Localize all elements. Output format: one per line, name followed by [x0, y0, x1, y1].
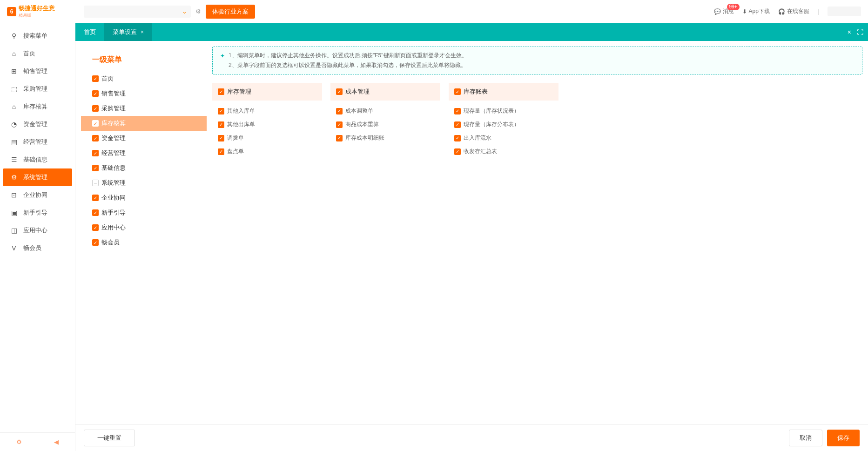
checkbox-icon[interactable]: –	[92, 180, 99, 186]
checkbox-icon[interactable]: ✓	[336, 135, 343, 141]
nav-item-0[interactable]: ⚲搜索菜单	[0, 27, 75, 45]
tab-menu-settings[interactable]: 菜单设置 ×	[104, 23, 152, 41]
group-item-label: 收发存汇总表	[464, 148, 497, 155]
messages-button[interactable]: 💬 消息 99+	[714, 7, 734, 15]
nav-label: 销售管理	[23, 67, 47, 75]
checkbox-icon[interactable]: ✓	[92, 135, 99, 141]
level1-item-2[interactable]: ✓采购管理	[81, 101, 207, 116]
group-item[interactable]: ✓其他出库单	[218, 118, 316, 131]
checkbox-icon[interactable]: ✓	[92, 90, 99, 97]
level1-item-9[interactable]: ✓新手引导	[81, 205, 207, 220]
group-item-label: 商品成本重算	[345, 121, 379, 128]
level1-item-8[interactable]: ✓企业协同	[81, 190, 207, 205]
group-header[interactable]: ✓库存账表	[449, 83, 558, 101]
online-service-button[interactable]: 🎧 在线客服	[778, 7, 809, 15]
group-item[interactable]: ✓库存成本明细账	[336, 131, 435, 145]
checkbox-icon[interactable]: ✓	[336, 88, 343, 95]
logo[interactable]: 6 畅捷通好生意 精易版	[7, 4, 79, 19]
app-download-button[interactable]: ⬇ App下载	[742, 7, 770, 15]
collapse-icon[interactable]: ◀	[54, 438, 59, 445]
settings-icon[interactable]: ⚙	[16, 438, 22, 445]
group-item[interactable]: ✓收发存汇总表	[454, 145, 553, 158]
tab-home[interactable]: 首页	[75, 23, 104, 41]
save-button[interactable]: 保存	[827, 430, 860, 446]
group-item[interactable]: ✓商品成本重算	[336, 118, 435, 131]
fullscreen-icon[interactable]: ⛶	[857, 28, 863, 36]
org-selector[interactable]: ⌄	[84, 6, 191, 18]
checkbox-icon[interactable]: ✓	[218, 88, 224, 95]
nav-label: 应用中心	[23, 226, 47, 235]
nav-item-6[interactable]: ▤经营管理	[0, 133, 75, 151]
checkbox-icon[interactable]: ✓	[92, 195, 99, 201]
checkbox-icon[interactable]: ✓	[218, 121, 224, 128]
checkbox-icon[interactable]: ✓	[218, 135, 224, 141]
group-item[interactable]: ✓现存量（库存分布表）	[454, 118, 553, 131]
group-item[interactable]: ✓现存量（库存状况表）	[454, 104, 553, 118]
checkbox-icon[interactable]: ✓	[454, 88, 461, 95]
nav-label: 经营管理	[23, 138, 47, 146]
nav-item-7[interactable]: ☰基础信息	[0, 151, 75, 168]
checkbox-icon[interactable]: ✓	[92, 150, 99, 156]
checkbox-icon[interactable]: ✓	[454, 108, 461, 114]
level1-item-1[interactable]: ✓销售管理	[81, 86, 207, 101]
checkbox-icon[interactable]: ✓	[336, 121, 343, 128]
nav-item-5[interactable]: ◔资金管理	[0, 115, 75, 133]
nav-item-12[interactable]: V畅会员	[0, 239, 75, 257]
group-header[interactable]: ✓成本管理	[330, 83, 440, 101]
level1-title: 一级菜单	[81, 55, 207, 71]
checkbox-icon[interactable]: ✓	[92, 209, 99, 216]
level1-menu-panel: 一级菜单 ✓首页✓销售管理✓采购管理✓库存核算✓资金管理✓经营管理✓基础信息–系…	[81, 47, 207, 419]
level1-item-5[interactable]: ✓经营管理	[81, 146, 207, 161]
level1-item-6[interactable]: ✓基础信息	[81, 161, 207, 175]
checkbox-icon[interactable]: ✓	[92, 165, 99, 171]
nav-label: 畅会员	[23, 244, 41, 252]
header-right: 💬 消息 99+ ⬇ App下载 🎧 在线客服 |	[714, 7, 861, 16]
nav-item-3[interactable]: ⬚采购管理	[0, 80, 75, 98]
checkbox-icon[interactable]: ✓	[92, 120, 99, 127]
cancel-button[interactable]: 取消	[789, 430, 822, 446]
nav-item-10[interactable]: ▣新手引导	[0, 204, 75, 222]
group-item[interactable]: ✓其他入库单	[218, 104, 316, 118]
checkbox-icon[interactable]: ✓	[92, 105, 99, 112]
checkbox-icon[interactable]: ✓	[336, 108, 343, 114]
checkbox-icon[interactable]: ✓	[454, 148, 461, 155]
checkbox-icon[interactable]: ✓	[454, 121, 461, 128]
nav-item-9[interactable]: ⊡企业协同	[0, 186, 75, 204]
nav-icon: ⚙	[10, 174, 18, 181]
level1-item-10[interactable]: ✓应用中心	[81, 220, 207, 235]
level1-item-7[interactable]: –系统管理	[81, 175, 207, 190]
checkbox-icon[interactable]: ✓	[92, 224, 99, 231]
chevron-down-icon: ⌄	[182, 8, 187, 15]
group-item[interactable]: ✓调拨单	[218, 131, 316, 145]
group-header[interactable]: ✓库存管理	[212, 83, 322, 101]
chat-icon: 💬	[714, 8, 721, 15]
org-name	[87, 7, 112, 16]
level1-item-3[interactable]: ✓库存核算	[81, 116, 207, 131]
checkbox-icon[interactable]: ✓	[218, 108, 224, 114]
level1-item-4[interactable]: ✓资金管理	[81, 131, 207, 146]
group-item[interactable]: ✓出入库流水	[454, 131, 553, 145]
nav-item-4[interactable]: ⌂库存核算	[0, 98, 75, 115]
group-item[interactable]: ✓盘点单	[218, 145, 316, 158]
checkbox-icon[interactable]: ✓	[92, 239, 99, 246]
nav-item-2[interactable]: ⊞销售管理	[0, 62, 75, 80]
close-icon[interactable]: ×	[141, 29, 144, 35]
reset-button[interactable]: 一键重置	[84, 430, 135, 446]
level1-item-0[interactable]: ✓首页	[81, 71, 207, 86]
online-service-label: 在线客服	[787, 7, 809, 15]
checkbox-icon[interactable]: ✓	[92, 75, 99, 82]
group-item[interactable]: ✓成本调整单	[336, 104, 435, 118]
close-all-icon[interactable]: ×	[848, 28, 851, 36]
nav-item-8[interactable]: ⚙系统管理	[3, 168, 72, 186]
nav-item-1[interactable]: ⌂首页	[0, 45, 75, 62]
checkbox-icon[interactable]: ✓	[454, 135, 461, 141]
cta-button[interactable]: 体验行业方案	[206, 5, 255, 19]
nav-label: 系统管理	[23, 173, 47, 182]
level1-item-11[interactable]: ✓畅会员	[81, 235, 207, 250]
level1-label: 经营管理	[101, 149, 126, 157]
nav-label: 搜索菜单	[23, 32, 47, 40]
nav-item-11[interactable]: ◫应用中心	[0, 222, 75, 239]
user-menu[interactable]	[828, 7, 861, 16]
gear-icon[interactable]: ⚙	[195, 8, 201, 15]
checkbox-icon[interactable]: ✓	[218, 148, 224, 155]
